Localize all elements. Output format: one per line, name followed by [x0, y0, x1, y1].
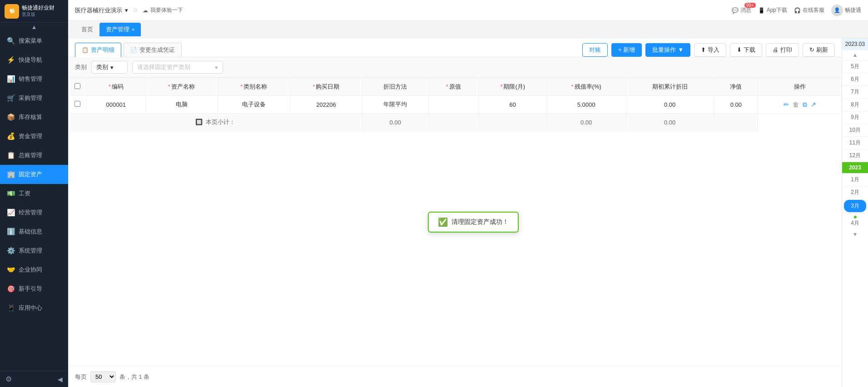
sidebar-item-purchase[interactable]: 🛒采购管理 — [0, 89, 68, 108]
sidebar-item-label: 经营管理 — [19, 208, 42, 217]
tab-home-label: 首页 — [81, 25, 93, 34]
settings-icon[interactable]: ⚙ — [5, 375, 12, 383]
refresh-btn[interactable]: ↻ 刷新 — [803, 43, 835, 57]
quick-nav-icon: ⚡ — [7, 56, 15, 64]
sub-tab-asset-detail-label: 资产明细 — [91, 46, 114, 54]
sidebar-item-label: 系统管理 — [19, 247, 42, 255]
sidebar-item-funds[interactable]: 💰资金管理 — [0, 127, 68, 146]
message-badge: 99+ — [744, 3, 756, 8]
calendar-scroll-up[interactable]: ▲ — [851, 50, 860, 60]
calendar-header: 2023.03 — [842, 38, 868, 50]
row-code: 000001 — [87, 96, 146, 114]
header-original-value: *原值 — [428, 78, 478, 96]
calendar-month-10[interactable]: 10月 — [842, 124, 868, 136]
collapse-icon[interactable]: ◀ — [58, 376, 63, 383]
calendar-month-9[interactable]: 9月 — [842, 111, 868, 124]
reconcile-btn[interactable]: 对账 — [582, 43, 608, 57]
user-menu[interactable]: 👤 畅捷通 — [831, 5, 861, 16]
calendar-month-5[interactable]: 5月 — [842, 60, 868, 73]
sidebar-item-guide[interactable]: 🎯新手引导 — [0, 279, 68, 298]
experience-btn[interactable]: ☁ 我要体验一下 — [143, 6, 183, 14]
calendar-month-current[interactable]: 3月 — [844, 199, 866, 212]
topbar-divider: ⚙ — [133, 7, 138, 14]
asset-table: *编码 *资产名称 *类别名称 *购买日期 折旧方法 *原值 *期限(月) *残… — [68, 78, 842, 131]
import-btn[interactable]: ⬆ 导入 — [694, 43, 726, 57]
category-input[interactable]: 请选择固定资产类别 ▾ — [132, 61, 223, 74]
reconcile-label: 对账 — [589, 46, 601, 54]
calendar-scroll-down[interactable]: ▼ — [851, 229, 860, 239]
sidebar-item-label: 固定资产 — [19, 170, 42, 179]
per-page-select[interactable]: 50 10 20 100 — [90, 371, 116, 382]
row-checkbox[interactable] — [74, 101, 80, 107]
message-btn[interactable]: 💬 消息 99+ — [732, 6, 751, 14]
content-area: 📋 资产明细 📄 变更生成凭证 对账 + 新增 批量操作 — [68, 38, 868, 387]
batch-dropdown-icon: ▼ — [678, 46, 684, 53]
tab-close-icon[interactable]: × — [132, 27, 134, 32]
calendar-dot — [854, 216, 857, 218]
sidebar-item-label: 工资 — [19, 189, 30, 198]
sidebar-item-fixed-assets[interactable]: 🏢固定资产 — [0, 165, 68, 184]
print-icon: 🖨 — [773, 46, 779, 53]
company-name: 医疗器械行业演示 — [75, 6, 122, 15]
sidebar-item-general[interactable]: 📋总账管理 — [0, 146, 68, 165]
calendar-month-7[interactable]: 7月 — [842, 85, 868, 98]
copy-icon[interactable]: ⧉ — [803, 101, 807, 109]
sidebar-item-basic-info[interactable]: ℹ️基础信息 — [0, 222, 68, 241]
company-selector[interactable]: 医疗器械行业演示 ▾ — [75, 6, 128, 15]
row-checkbox-cell — [69, 96, 87, 114]
calendar-month-8[interactable]: 8月 — [842, 98, 868, 111]
sidebar-item-app-center[interactable]: 📱应用中心 — [0, 298, 68, 318]
sidebar-scroll-up[interactable]: ▲ — [0, 23, 68, 31]
subtotal-label-cell: 🔲 本页小计： — [69, 114, 362, 131]
sidebar-item-sales[interactable]: 📊销售管理 — [0, 69, 68, 89]
header-category: *类别名称 — [218, 78, 290, 96]
sidebar-item-label: 应用中心 — [19, 304, 42, 312]
batch-ops-btn[interactable]: 批量操作 ▼ — [645, 43, 690, 57]
sidebar-item-quick-nav[interactable]: ⚡快捷导航 — [0, 50, 68, 69]
calendar-month-6[interactable]: 6月 — [842, 73, 868, 85]
edit-icon[interactable]: ✏ — [784, 101, 789, 108]
app-download-btn[interactable]: 📱 App下载 — [758, 6, 787, 14]
calendar-month-12[interactable]: 12月 — [842, 149, 868, 162]
select-all-checkbox[interactable] — [74, 83, 80, 89]
table-row: 000001 电脑 电子设备 202206 年限平均 60 5.0000 0.0… — [69, 96, 842, 114]
app-download-label: App下载 — [767, 6, 787, 14]
header-depreciation-method: 折旧方法 — [362, 78, 429, 96]
sidebar-item-operations[interactable]: 📈经营管理 — [0, 203, 68, 222]
calendar-month-1[interactable]: 1月 — [842, 173, 868, 186]
download-icon: ⬇ — [737, 46, 742, 53]
sub-tab-asset-detail[interactable]: 📋 资产明细 — [75, 43, 121, 57]
subtotal-net-value: 0.00 — [664, 119, 675, 126]
customer-service-btn[interactable]: 🎧 在线客服 — [794, 6, 824, 14]
sidebar-item-collab[interactable]: 🤝企业协同 — [0, 260, 68, 279]
new-btn[interactable]: + 新增 — [611, 43, 642, 57]
category-select[interactable]: 类别 ▾ — [91, 61, 128, 74]
print-label: 打印 — [780, 46, 792, 54]
app-logo: 畅 畅捷通好业财 普及版 — [0, 0, 68, 23]
calendar-month-2[interactable]: 2月 — [842, 186, 868, 198]
sub-tab-change-voucher[interactable]: 📄 变更生成凭证 — [124, 43, 182, 57]
calendar-month-4[interactable]: 4月 — [842, 213, 868, 229]
tab-home[interactable]: 首页 — [75, 23, 99, 36]
tab-asset-management[interactable]: 资产管理 × — [99, 23, 141, 36]
subtotal-original: 0.00 — [362, 114, 429, 131]
row-residual-rate: 5.0000 — [547, 96, 625, 114]
download-btn[interactable]: ⬇ 下载 — [730, 43, 762, 57]
sidebar-item-inventory[interactable]: 📦库存核算 — [0, 108, 68, 127]
tabs-bar: 首页 资产管理 × — [68, 21, 868, 38]
funds-icon: 💰 — [7, 132, 15, 140]
message-icon: 💬 — [732, 7, 739, 14]
calendar-year-2023[interactable]: 2023 — [842, 162, 868, 173]
sub-tabs: 📋 资产明细 📄 变更生成凭证 对账 + 新增 批量操作 — [68, 38, 842, 57]
print-btn[interactable]: 🖨 打印 — [766, 43, 799, 57]
sidebar-nav: 🔍搜索菜单⚡快捷导航📊销售管理🛒采购管理📦库存核算💰资金管理📋总账管理🏢固定资产… — [0, 31, 68, 371]
general-icon: 📋 — [7, 151, 15, 159]
delete-icon[interactable]: 🗑 — [793, 101, 799, 108]
more-icon[interactable]: ↗ — [811, 101, 816, 108]
subtotal-initial: 0.00 — [547, 114, 625, 131]
sidebar-item-system[interactable]: ⚙️系统管理 — [0, 241, 68, 260]
sidebar-item-search[interactable]: 🔍搜索菜单 — [0, 31, 68, 50]
sidebar-item-payroll[interactable]: 💵工资 — [0, 184, 68, 203]
subtotal-actions-empty — [714, 114, 758, 131]
calendar-month-11[interactable]: 11月 — [842, 136, 868, 149]
